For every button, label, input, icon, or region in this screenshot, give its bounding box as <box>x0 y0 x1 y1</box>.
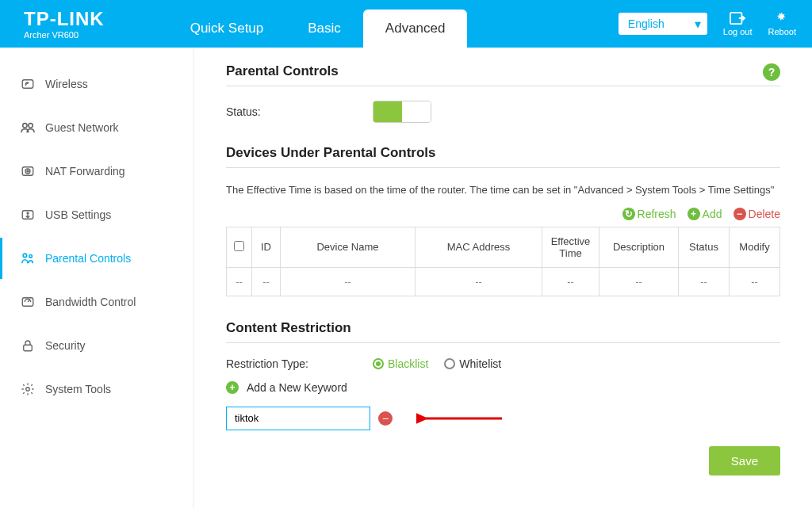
svg-point-3 <box>29 124 33 128</box>
parental-controls-icon <box>17 250 39 266</box>
plus-icon: + <box>226 381 239 394</box>
divider <box>226 86 780 86</box>
tab-advanced[interactable]: Advanced <box>363 10 468 48</box>
sidebar-label: Parental Controls <box>45 252 131 265</box>
svg-point-12 <box>26 388 30 392</box>
divider <box>226 342 780 343</box>
table-row: -- -- -- -- -- -- -- -- <box>227 267 780 296</box>
col-mac: MAC Address <box>416 227 542 267</box>
sidebar-label: USB Settings <box>45 208 111 221</box>
svg-point-2 <box>23 124 27 128</box>
plus-icon: + <box>688 208 700 220</box>
guest-network-icon <box>17 120 39 136</box>
tab-quick-setup[interactable]: Quick Setup <box>168 10 286 48</box>
keyword-input[interactable] <box>226 407 370 430</box>
cell: -- <box>542 267 599 296</box>
sidebar-item-nat-forwarding[interactable]: NAT Forwarding <box>0 151 193 192</box>
devices-table: ID Device Name MAC Address Effective Tim… <box>226 227 780 296</box>
refresh-button[interactable]: ↻Refresh <box>622 208 676 220</box>
help-button[interactable]: ? <box>763 63 780 81</box>
save-button[interactable]: Save <box>709 446 780 476</box>
sidebar-item-usb-settings[interactable]: USB Settings <box>0 194 193 235</box>
parental-controls-title: Parental Controls <box>226 63 780 79</box>
status-toggle[interactable] <box>373 101 431 123</box>
sidebar-item-system-tools[interactable]: System Tools <box>0 369 193 410</box>
sidebar-item-guest-network[interactable]: Guest Network <box>0 107 193 148</box>
svg-point-6 <box>27 170 29 172</box>
sidebar-item-security[interactable]: Security <box>0 325 193 366</box>
logout-button[interactable]: Log out <box>723 11 753 36</box>
wireless-icon <box>17 76 39 92</box>
sidebar-label: Guest Network <box>45 121 119 134</box>
minus-icon: − <box>733 208 746 220</box>
cell: -- <box>730 267 780 296</box>
logo-main: TP-LINK <box>24 8 105 30</box>
select-all-checkbox[interactable] <box>234 241 244 251</box>
language-value: English <box>619 13 707 35</box>
tab-basic[interactable]: Basic <box>285 10 363 48</box>
add-keyword-button[interactable]: + Add a New Keyword <box>226 381 780 394</box>
cell: -- <box>281 267 416 296</box>
language-select[interactable]: English ▾ <box>619 13 707 35</box>
arrow-annotation <box>416 411 504 426</box>
col-time: Effective Time <box>542 227 599 267</box>
col-id: ID <box>252 227 281 267</box>
cell: -- <box>679 267 730 296</box>
logo-model: Archer VR600 <box>24 30 105 40</box>
logo: TP-LINK Archer VR600 <box>24 8 105 40</box>
col-status: Status <box>679 227 730 267</box>
radio-icon <box>373 358 384 369</box>
col-modify: Modify <box>730 227 780 267</box>
col-device-name: Device Name <box>281 227 416 267</box>
remove-keyword-button[interactable]: − <box>378 411 393 426</box>
content-restriction-title: Content Restriction <box>226 320 780 336</box>
radio-whitelist[interactable]: Whitelist <box>444 357 501 370</box>
table-header-row: ID Device Name MAC Address Effective Tim… <box>227 227 780 267</box>
refresh-icon: ↻ <box>622 208 635 220</box>
delete-button[interactable]: −Delete <box>733 208 780 220</box>
sidebar-label: Security <box>45 339 86 352</box>
col-description: Description <box>599 227 679 267</box>
nat-forwarding-icon <box>17 163 39 179</box>
cell: -- <box>599 267 679 296</box>
sidebar-label: Wireless <box>45 78 88 90</box>
devices-title: Devices Under Parental Controls <box>226 145 780 161</box>
logout-icon <box>729 11 746 25</box>
sidebar-item-parental-controls[interactable]: Parental Controls <box>0 238 193 279</box>
reboot-button[interactable]: Reboot <box>768 11 796 36</box>
sidebar-label: Bandwidth Control <box>45 296 136 308</box>
cell: -- <box>252 267 281 296</box>
gear-icon <box>17 381 39 397</box>
svg-rect-11 <box>24 345 33 351</box>
add-button[interactable]: +Add <box>688 208 722 220</box>
bandwidth-icon <box>17 294 39 310</box>
sidebar-item-wireless[interactable]: Wireless <box>0 63 193 105</box>
reboot-icon <box>774 11 790 25</box>
cell: -- <box>416 267 542 296</box>
svg-rect-1 <box>22 80 33 89</box>
radio-icon <box>444 358 455 369</box>
status-label: Status: <box>226 105 373 118</box>
sidebar-label: NAT Forwarding <box>45 165 125 178</box>
svg-point-8 <box>23 254 27 258</box>
radio-blacklist[interactable]: Blacklist <box>373 357 428 370</box>
sidebar-item-bandwidth-control[interactable]: Bandwidth Control <box>0 281 193 323</box>
divider <box>226 167 780 168</box>
devices-note: The Effective Time is based on the time … <box>226 182 780 198</box>
svg-point-9 <box>29 255 33 258</box>
sidebar: Wireless Guest Network NAT Forwarding US… <box>0 48 193 508</box>
logout-label: Log out <box>723 27 753 36</box>
restriction-type-label: Restriction Type: <box>226 357 373 370</box>
reboot-label: Reboot <box>768 27 796 36</box>
add-keyword-label: Add a New Keyword <box>247 381 347 394</box>
sidebar-label: System Tools <box>45 383 111 395</box>
cell: -- <box>227 267 252 296</box>
usb-icon <box>17 207 39 223</box>
lock-icon <box>17 338 39 353</box>
